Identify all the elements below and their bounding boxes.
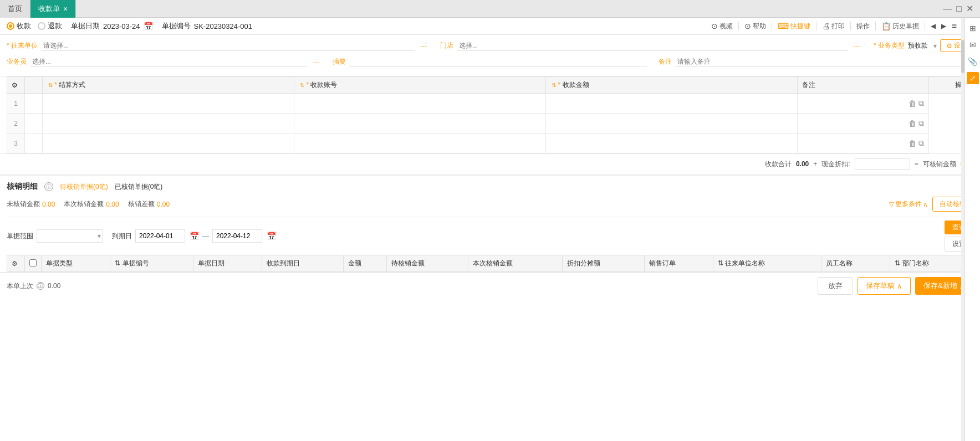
bt-col-checkbox[interactable] — [25, 255, 42, 272]
table-row: 3 🗑 ⧉ — [7, 134, 973, 153]
row-2-amount[interactable] — [294, 114, 546, 134]
video-btn[interactable]: ⊙ 视频 — [711, 22, 733, 31]
maximize-button[interactable]: □ — [956, 4, 962, 14]
operation-btn[interactable]: 操作 — [856, 22, 870, 31]
counterpart-field: * 往来单位 ··· — [7, 40, 429, 51]
row-3-account[interactable] — [43, 134, 294, 153]
verify-info-icon[interactable]: ⓘ — [44, 182, 53, 191]
settings-icon: ⚙ — [12, 81, 18, 89]
form-row-1: * 往来单位 ··· 门店 ··· * 业务类型 预收款 ▾ ⚙ 设置 — [7, 39, 973, 52]
shortcut-label: 快捷键 — [790, 22, 810, 31]
row-3-delete-icon[interactable]: 🗑 — [908, 139, 916, 148]
bt-col-number: ⇅ 单据编号 — [110, 255, 193, 272]
receipt-refund-group: 收款 退款 — [7, 21, 62, 31]
summary-field: 摘要 — [333, 57, 647, 67]
bt-col-employee: 员工名称 — [821, 255, 890, 272]
sidebar-clip-icon[interactable]: 📎 — [967, 55, 979, 68]
row-1-remark[interactable] — [546, 94, 798, 114]
cash-discount-input[interactable] — [855, 158, 910, 170]
cal-to-icon[interactable]: 📅 — [267, 232, 276, 240]
uncancelled-label: 未核销金额 — [7, 199, 40, 209]
row-1-payment[interactable] — [25, 94, 43, 114]
row-2-copy-icon[interactable]: ⧉ — [918, 119, 924, 128]
row-2-delete-icon[interactable]: 🗑 — [908, 119, 916, 128]
row-1-amount[interactable] — [294, 94, 546, 114]
help-icon: ⊙ — [744, 22, 751, 30]
tab-home[interactable]: 首页 — [0, 0, 30, 18]
tab-receipt[interactable]: 收款单 × — [30, 0, 76, 18]
divider-5 — [875, 22, 876, 30]
col-account-header: ⇅ * 收款账号 — [294, 77, 546, 94]
store-input[interactable] — [457, 40, 848, 51]
help-btn[interactable]: ⊙ 帮助 — [744, 22, 766, 31]
sidebar-table-icon[interactable]: ⊞ — [967, 22, 979, 34]
cal-from-icon[interactable]: 📅 — [190, 232, 199, 240]
form-section: * 往来单位 ··· 门店 ··· * 业务类型 预收款 ▾ ⚙ 设置 — [0, 35, 980, 76]
collection-total-label: 收款合计 — [765, 160, 792, 169]
receipt-table: ⚙ ⇅ * 结算方式 ⇅ * 收款账号 ⇅ * — [7, 76, 973, 153]
video-label: 视频 — [719, 22, 733, 31]
salesman-more-btn[interactable]: ··· — [310, 58, 321, 66]
sort-icon-2: ⇅ — [300, 82, 304, 88]
row-3-remark[interactable] — [546, 134, 798, 153]
tab-receipt-close[interactable]: × — [63, 4, 68, 13]
row-3-payment[interactable] — [25, 134, 43, 153]
row-1-copy-icon[interactable]: ⧉ — [918, 99, 924, 108]
save-draft-button[interactable]: 保存草稿 ∧ — [858, 277, 911, 295]
date-label: 单据日期 — [71, 21, 100, 31]
bt-col-type: 单据类型 — [42, 255, 110, 272]
date-to-input[interactable] — [212, 229, 262, 243]
summary-input[interactable] — [349, 57, 647, 67]
shortcut-icon: ⌨ — [778, 22, 789, 30]
nav-next-btn[interactable]: ▶ — [941, 22, 946, 30]
salesman-input[interactable] — [30, 57, 307, 67]
list-view-btn[interactable]: ≡ — [952, 21, 957, 31]
remark-input[interactable] — [675, 57, 973, 67]
chevron-up-icon: ∧ — [923, 201, 928, 208]
sort-icon-cp: ⇅ — [718, 259, 723, 267]
row-2-payment[interactable] — [25, 114, 43, 134]
nav-prev-btn[interactable]: ◀ — [931, 22, 936, 30]
bt-col-discount: 折扣分摊额 — [563, 255, 644, 272]
refund-radio[interactable]: 退款 — [38, 21, 62, 31]
row-1-delete-icon[interactable]: 🗑 — [908, 99, 916, 108]
receipt-radio[interactable]: 收款 — [7, 21, 31, 31]
row-3-copy-icon[interactable]: ⧉ — [918, 139, 924, 148]
more-conditions-btn[interactable]: ▽ 更多条件 ∧ — [889, 199, 928, 209]
close-button[interactable]: ✕ — [966, 3, 973, 14]
row-1-account[interactable] — [43, 94, 294, 114]
right-sidebar: ⊞ ✉ 📎 ⤢ — [964, 18, 980, 441]
table-container: ⚙ ⇅ * 结算方式 ⇅ * 收款账号 ⇅ * — [0, 76, 980, 153]
discard-button[interactable]: 放弃 — [818, 277, 853, 295]
sidebar-expand-icon[interactable]: ⤢ — [967, 72, 979, 84]
bt-col-current: 本次核销金额 — [468, 255, 563, 272]
row-2-account[interactable] — [43, 114, 294, 134]
number-value: SK-20230324-001 — [194, 22, 253, 30]
top-toolbar: 收款 退款 单据日期 2023-03-24 📅 单据编号 SK-20230324… — [0, 18, 980, 35]
shortcut-btn[interactable]: ⌨ 快捷键 — [778, 22, 810, 31]
bottom-table-container: ⚙ 单据类型 ⇅ 单据编号 单据日期 收款到期日 金额 待核销金 — [7, 255, 973, 272]
counterpart-input[interactable] — [41, 40, 415, 51]
footer-left: 本单上次 ⓘ 0.00 — [7, 281, 60, 291]
biz-type-value: 预收款 — [908, 41, 928, 50]
completed-tab[interactable]: 已核销单据(0笔) — [115, 182, 163, 192]
range-select[interactable] — [37, 229, 103, 243]
store-more-btn[interactable]: ··· — [851, 42, 862, 50]
row-2-remark[interactable] — [546, 114, 798, 134]
select-all-checkbox[interactable] — [29, 259, 37, 266]
row-3-amount[interactable] — [294, 134, 546, 153]
date-from-input[interactable] — [135, 229, 185, 243]
col-settings-header[interactable]: ⚙ — [7, 77, 25, 94]
biz-type-dropdown-icon[interactable]: ▾ — [933, 42, 937, 50]
bt-col-settings[interactable]: ⚙ — [7, 255, 25, 272]
print-btn[interactable]: 🖨 打印 — [822, 22, 845, 31]
pending-tab[interactable]: 待核销单据(0笔) — [60, 182, 108, 192]
date-calendar-icon[interactable]: 📅 — [144, 22, 153, 30]
minimize-button[interactable]: — — [943, 4, 952, 14]
tab-bar: 首页 收款单 × — □ ✕ — [0, 0, 980, 18]
counterpart-more-btn[interactable]: ··· — [418, 42, 429, 50]
plus-label: + — [813, 160, 817, 168]
sidebar-mail-icon[interactable]: ✉ — [967, 39, 979, 51]
history-btn[interactable]: 📋 历史单据 — [881, 22, 919, 31]
verify-stats: 未核销金额 0.00 本次核销金额 0.00 核销差额 0.00 — [7, 196, 170, 212]
